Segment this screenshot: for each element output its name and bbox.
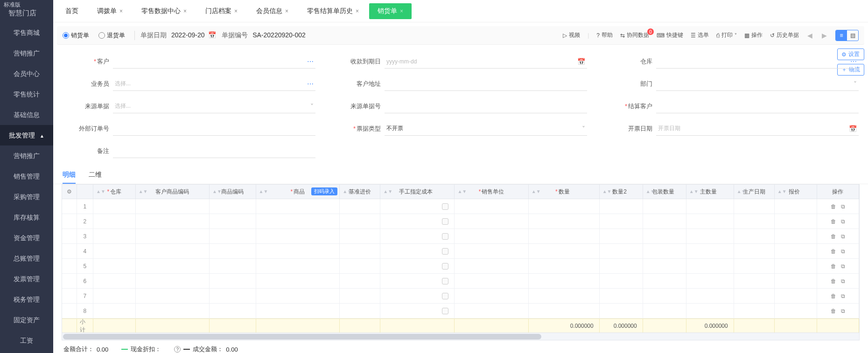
table-row[interactable]: 2🗑⧉ xyxy=(62,214,859,229)
toolbar-history[interactable]: ↺历史单据 xyxy=(770,31,799,39)
remark-input[interactable] xyxy=(113,144,315,158)
detail-tab-detail[interactable]: 明细 xyxy=(63,167,76,184)
checkbox[interactable] xyxy=(442,203,448,210)
col-qty[interactable]: ▲▼*数量 xyxy=(529,185,600,199)
scan-badge[interactable]: 扫码录入 xyxy=(311,187,337,195)
sidebar-item-wholesale[interactable]: 批发管理 ▲ xyxy=(0,125,53,145)
more-icon[interactable]: ⋯ xyxy=(307,80,314,88)
toolbar-video[interactable]: ▷视频 xyxy=(563,31,580,39)
chevron-down-icon[interactable]: ˅ xyxy=(582,125,585,132)
checkbox[interactable] xyxy=(442,263,448,270)
col-price[interactable]: ▲▼报价 xyxy=(775,185,817,199)
table-row[interactable]: 3🗑⧉ xyxy=(62,229,859,244)
col-sale-unit[interactable]: ▲▼*销售单位 xyxy=(455,185,528,199)
checkbox[interactable] xyxy=(442,293,448,299)
close-icon[interactable]: × xyxy=(356,8,359,14)
checkbox[interactable] xyxy=(442,308,448,314)
close-icon[interactable]: × xyxy=(119,8,123,14)
copy-icon[interactable]: ⧉ xyxy=(841,218,845,225)
col-product[interactable]: ▲▼*商品扫码录入 xyxy=(256,185,340,199)
toolbar-collab[interactable]: ⇆协同数据0 xyxy=(620,31,649,39)
copy-icon[interactable]: ⧉ xyxy=(841,293,845,299)
doc-date-value[interactable]: 2022-09-20 xyxy=(171,31,205,39)
table-row[interactable]: 1🗑⧉ xyxy=(62,199,859,214)
delete-icon[interactable]: 🗑 xyxy=(831,203,836,210)
copy-icon[interactable]: ⧉ xyxy=(841,263,845,270)
sidebar-item-marketing[interactable]: 营销推广 xyxy=(0,43,53,63)
address-input[interactable] xyxy=(385,77,587,91)
toolbar-select[interactable]: ☰选单 xyxy=(691,31,709,39)
view-list-icon[interactable]: ≡ xyxy=(836,30,847,41)
help-icon[interactable]: ? xyxy=(174,346,181,353)
invoice-type-input[interactable]: 不开票˅ xyxy=(385,122,587,136)
sidebar-item-asset[interactable]: 固定资产 xyxy=(0,310,53,330)
horizontal-scrollbar[interactable] xyxy=(62,332,859,340)
tab-store-file[interactable]: 门店档案× xyxy=(197,3,246,19)
due-input[interactable]: yyyy-mm-dd📅 xyxy=(385,55,587,69)
sidebar-item-inventory[interactable]: 库存核算 xyxy=(0,207,53,228)
warehouse-input[interactable]: ⋯ xyxy=(656,55,859,69)
checkbox[interactable] xyxy=(442,233,448,240)
close-icon[interactable]: × xyxy=(183,8,187,14)
close-icon[interactable]: × xyxy=(400,8,403,14)
sidebar-item-salary[interactable]: 工资 xyxy=(0,330,53,351)
tab-retail-center[interactable]: 零售数据中心× xyxy=(133,3,195,19)
col-manual-cost[interactable]: ▲▼手工指定成本 xyxy=(380,185,455,199)
tab-member[interactable]: 会员信息× xyxy=(248,3,297,19)
cash-discount[interactable]: 现金折扣： xyxy=(121,345,161,353)
copy-icon[interactable]: ⧉ xyxy=(841,233,845,240)
tab-settlement-history[interactable]: 零售结算单历史× xyxy=(299,3,367,19)
gear-icon[interactable]: ⚙ xyxy=(62,185,77,199)
sidebar-item-retail-mall[interactable]: 零售商城 xyxy=(0,22,53,43)
settle-cust-input[interactable] xyxy=(656,99,859,113)
department-input[interactable]: ˅ xyxy=(656,77,859,91)
delete-icon[interactable]: 🗑 xyxy=(831,308,836,314)
calendar-icon[interactable]: 📅 xyxy=(206,31,216,39)
toolbar-ops[interactable]: ▦操作 xyxy=(744,31,763,39)
delete-icon[interactable]: 🗑 xyxy=(831,293,836,299)
sidebar-item-retail-stat[interactable]: 零售统计 xyxy=(0,84,53,104)
sidebar-item-basic[interactable]: 基础信息 xyxy=(0,104,53,125)
ext-no-input[interactable] xyxy=(113,122,315,136)
sidebar-item-marketing2[interactable]: 营销推广 xyxy=(0,145,53,166)
sidebar-item-fund[interactable]: 资金管理 xyxy=(0,228,53,248)
source-input[interactable]: 选择...˅ xyxy=(113,99,315,113)
copy-icon[interactable]: ⧉ xyxy=(841,308,845,314)
nav-next[interactable]: ▶ xyxy=(821,32,828,39)
col-main-qty[interactable]: ▲▼主数量 xyxy=(686,185,734,199)
delete-icon[interactable]: 🗑 xyxy=(831,248,836,255)
toolbar-help[interactable]: ?帮助 xyxy=(596,31,613,39)
sidebar-item-tax[interactable]: 税务管理 xyxy=(0,289,53,310)
chevron-down-icon[interactable]: ˅ xyxy=(310,103,314,110)
view-switch[interactable]: ≡ ▤ xyxy=(835,30,859,41)
tab-sale-order[interactable]: 销货单× xyxy=(369,3,412,19)
copy-icon[interactable]: ⧉ xyxy=(841,248,845,255)
delete-icon[interactable]: 🗑 xyxy=(831,263,836,270)
checkbox[interactable] xyxy=(442,218,448,225)
checkbox[interactable] xyxy=(442,248,448,255)
scroll-thumb[interactable] xyxy=(63,334,541,339)
tab-transfer[interactable]: 调拨单× xyxy=(89,3,131,19)
detail-tab-2d[interactable]: 二维 xyxy=(89,167,102,184)
view-detail-icon[interactable]: ▤ xyxy=(847,30,858,41)
table-row[interactable]: 8🗑⧉ xyxy=(62,304,859,318)
more-icon[interactable]: ⋯ xyxy=(850,58,857,65)
copy-icon[interactable]: ⧉ xyxy=(841,278,845,284)
toolbar-shortcut[interactable]: ⌨快捷键 xyxy=(657,31,683,39)
sidebar-item-sales[interactable]: 销售管理 xyxy=(0,166,53,187)
more-icon[interactable]: ⋯ xyxy=(307,58,314,65)
col-pack-qty[interactable]: ▲▼包装数量 xyxy=(643,185,686,199)
tab-home[interactable]: 首页 xyxy=(57,3,87,19)
table-row[interactable]: 5🗑⧉ xyxy=(62,259,859,274)
col-cust-code[interactable]: ▲▼客户商品编码 xyxy=(136,185,210,199)
nav-prev[interactable]: ◀ xyxy=(806,32,813,39)
col-prod-date[interactable]: ▲▼生产日期 xyxy=(734,185,775,199)
delete-icon[interactable]: 🗑 xyxy=(831,233,836,240)
sidebar-item-invoice[interactable]: 发票管理 xyxy=(0,269,53,289)
calendar-icon[interactable]: 📅 xyxy=(577,58,585,65)
copy-icon[interactable]: ⧉ xyxy=(841,203,845,210)
table-row[interactable]: 4🗑⧉ xyxy=(62,244,859,259)
customer-input[interactable]: ⋯ xyxy=(113,55,315,69)
close-icon[interactable]: × xyxy=(234,8,238,14)
source-no-input[interactable] xyxy=(385,99,587,113)
